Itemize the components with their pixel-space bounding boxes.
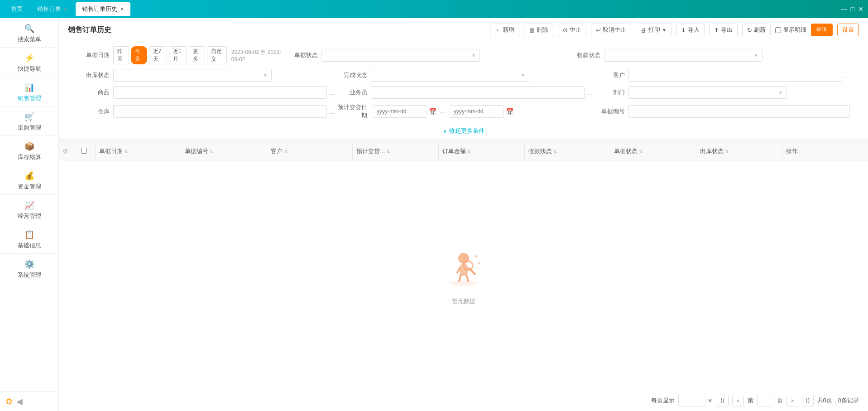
salesperson-more-icon[interactable]: ... [586, 88, 592, 97]
warehouse-more-icon[interactable]: ... [329, 107, 335, 116]
top-bar: 首页 销售订单 ✕ 销售订单历史 ✕ — □ ✕ [0, 0, 868, 18]
col-customer-sort[interactable]: ⇅ [284, 149, 288, 154]
page-size-container: 50 ▼ [678, 395, 713, 406]
filter-row-4: 仓库 ... 预计交货日期 📅 — 📅 [77, 103, 850, 120]
sidebar-bottom: ⚙ ◀ [0, 392, 58, 411]
sidebar-collapse-icon[interactable]: ◀ [16, 396, 23, 406]
status-select[interactable]: ▼ [321, 49, 480, 62]
col-amount-sort[interactable]: ⇅ [467, 149, 471, 154]
tab-sales-order-history[interactable]: 销售订单历史 ✕ [76, 2, 130, 16]
setting-button[interactable]: 设置 [837, 24, 859, 36]
sidebar-item-quick-nav[interactable]: ⚡ 快捷导航 [0, 48, 58, 77]
sidebar-item-finance[interactable]: 💰 资金管理 [0, 165, 58, 195]
sidebar-settings-icon[interactable]: ⚙ [5, 396, 13, 406]
outstock-select[interactable]: ▼ [113, 69, 272, 82]
refresh-icon: ↻ [747, 27, 752, 34]
col-stock-status: 出库状态 ⇅ [696, 143, 782, 160]
col-delivery-sort[interactable]: ⇅ [386, 149, 390, 154]
window-minimize[interactable]: — [841, 5, 847, 13]
status-dropdown-icon: ▼ [471, 53, 476, 58]
stop-button[interactable]: ⊘ 中止 [558, 24, 586, 36]
last-page-btn[interactable]: ⟩⟩ [802, 395, 814, 406]
window-maximize[interactable]: □ [851, 5, 854, 13]
tab-sales-order-history-close[interactable]: ✕ [120, 6, 124, 12]
tab-home-label: 首页 [11, 5, 23, 13]
next-page-btn[interactable]: ＞ [786, 395, 798, 406]
tab-sales-order[interactable]: 销售订单 ✕ [31, 2, 74, 16]
import-button[interactable]: ⬇ 导入 [676, 24, 705, 36]
product-input[interactable] [113, 86, 327, 99]
svg-line-5 [459, 275, 461, 281]
svg-point-0 [450, 280, 477, 286]
page-size-dropdown-icon[interactable]: ▼ [707, 397, 713, 404]
query-button[interactable]: 查询 [811, 24, 833, 36]
col-receipt-sort[interactable]: ⇅ [553, 149, 557, 154]
total-text: 共0页，0条记录 [817, 396, 859, 405]
date-btn-custom[interactable]: 自定义 [207, 46, 227, 64]
receipt-status-label: 收款状态 [568, 51, 604, 59]
salesperson-label: 业务员 [335, 88, 371, 97]
sidebar-item-operations[interactable]: 📈 经营管理 [0, 195, 58, 224]
date-btn-today[interactable]: 今天 [131, 46, 147, 64]
complete-select[interactable]: ▼ [371, 69, 529, 82]
receipt-status-select[interactable]: ▼ [604, 49, 762, 62]
date-btn-yesterday[interactable]: 昨天 [113, 46, 129, 64]
current-page-input[interactable]: 1 [757, 395, 773, 406]
display-detail-input[interactable] [775, 27, 781, 33]
col-delivery: 预计交货... ⇅ [353, 143, 439, 160]
sidebar-item-system-mgmt[interactable]: ⚙️ 系统管理 [0, 254, 58, 283]
page-size-input[interactable]: 50 [678, 395, 705, 406]
delivery-date-to[interactable] [450, 105, 504, 118]
dept-select[interactable]: ▼ [628, 86, 787, 99]
col-stock-status-label: 出库状态 [700, 147, 724, 155]
col-bill-sort[interactable]: ⇅ [639, 149, 643, 154]
table-container: ⚙ 单据日期 ⇅ [59, 143, 868, 390]
sidebar-item-basic-info[interactable]: 📋 基础信息 [0, 224, 58, 254]
tab-home[interactable]: 首页 [5, 2, 29, 16]
order-no-input[interactable] [628, 105, 850, 118]
delivery-date-from[interactable] [373, 105, 427, 118]
warehouse-input[interactable] [113, 105, 327, 118]
date-btn-7days[interactable]: 近7天 [149, 46, 167, 64]
sidebar-item-purchase-mgmt[interactable]: 🛒 采购管理 [0, 106, 58, 136]
delete-button[interactable]: 🗑 删除 [524, 24, 553, 36]
date-range-text: 2023-06-02 至 2023-06-02 [231, 48, 285, 63]
main-layout: 🔍 搜索菜单 ⚡ 快捷导航 📊 销售管理 🛒 采购管理 📦 库存核算 💰 资金管… [0, 18, 868, 411]
prev-page-btn[interactable]: ＜ [732, 395, 744, 406]
customer-more-icon[interactable]: ... [844, 71, 850, 79]
display-detail-checkbox[interactable]: 显示明细 [775, 26, 806, 34]
tab-sales-order-label: 销售订单 [37, 5, 61, 13]
salesperson-input[interactable] [371, 86, 585, 99]
col-delivery-label: 预计交货... [356, 147, 385, 155]
collapse-text: 收起更多条件 [449, 127, 484, 135]
col-stock-sort[interactable]: ⇅ [725, 149, 729, 154]
select-all-checkbox[interactable] [81, 148, 87, 154]
cancel-stop-button[interactable]: ↩ 取消中止 [591, 24, 631, 36]
delivery-calendar-to[interactable]: 📅 [506, 108, 513, 115]
customer-input[interactable] [628, 69, 842, 82]
export-button[interactable]: ⬆ 导出 [709, 24, 738, 36]
product-more-icon[interactable]: ... [329, 88, 335, 97]
sidebar-item-sales-mgmt[interactable]: 📊 销售管理 [0, 77, 58, 106]
col-amount: 订单金额 ⇅ [439, 143, 525, 160]
col-customer-label: 客户 [271, 147, 283, 155]
print-button[interactable]: 🖨 打印 ▼ [636, 24, 671, 36]
date-btn-1month[interactable]: 近1月 [169, 46, 187, 64]
sidebar-item-search-menu[interactable]: 🔍 搜索菜单 [0, 18, 58, 48]
first-page-btn[interactable]: ⟨⟨ [717, 395, 729, 406]
window-close[interactable]: ✕ [858, 5, 863, 13]
col-no-sort[interactable]: ⇅ [210, 149, 213, 154]
table-settings-icon[interactable]: ⚙ [62, 148, 68, 155]
page-word-before: 第 [748, 396, 753, 405]
date-btn-more[interactable]: 更多 [189, 46, 205, 64]
refresh-button[interactable]: ↻ 刷新 [742, 24, 771, 36]
delivery-calendar-from[interactable]: 📅 [429, 108, 436, 115]
empty-illustration: ✦ ✦ [441, 245, 486, 290]
col-date-sort[interactable]: ⇅ [124, 149, 128, 154]
collapse-row[interactable]: ∧ 收起更多条件 [77, 124, 850, 139]
new-button[interactable]: ＋ 新增 [490, 24, 519, 36]
tab-sales-order-close[interactable]: ✕ [63, 6, 67, 12]
outstock-dropdown-icon: ▼ [263, 73, 268, 78]
purchase-mgmt-icon: 🛒 [24, 112, 34, 122]
sidebar-item-inventory[interactable]: 📦 库存核算 [0, 136, 58, 165]
